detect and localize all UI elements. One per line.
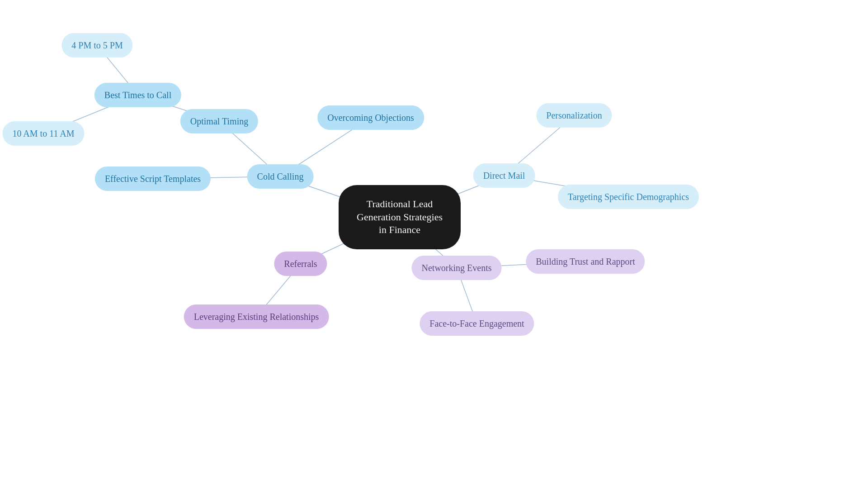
node-networking-events: Networking Events [412, 256, 502, 280]
node-4pm: 4 PM to 5 PM [61, 33, 132, 57]
node-10am: 10 AM to 11 AM [2, 121, 84, 146]
node-effective-script: Effective Script Templates [95, 167, 211, 191]
mindmap-canvas: Traditional Lead Generation Strategies i… [0, 0, 868, 490]
node-optimal-timing: Optimal Timing [180, 109, 258, 133]
node-face-to-face: Face-to-Face Engagement [420, 311, 534, 336]
center-node: Traditional Lead Generation Strategies i… [339, 185, 461, 249]
node-cold-calling: Cold Calling [247, 164, 314, 189]
node-leveraging-relationships: Leveraging Existing Relationships [184, 304, 329, 329]
node-best-times: Best Times to Call [94, 83, 181, 107]
node-targeting-demographics: Targeting Specific Demographics [558, 185, 699, 209]
node-overcoming-objections: Overcoming Objections [317, 105, 424, 130]
node-personalization: Personalization [536, 103, 612, 128]
node-direct-mail: Direct Mail [473, 163, 535, 188]
node-building-trust: Building Trust and Rapport [526, 249, 645, 274]
node-referrals: Referrals [274, 252, 327, 276]
